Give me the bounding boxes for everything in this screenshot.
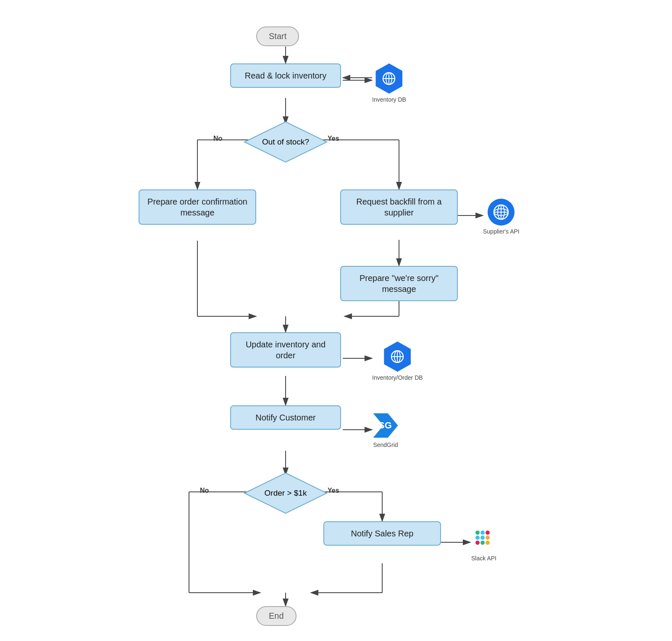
sendgrid-label: SendGrid <box>373 441 398 448</box>
notify-sales-rep-node: Notify Sales Rep <box>323 521 441 546</box>
svg-rect-56 <box>475 541 480 545</box>
notify-customer-node: Notify Customer <box>230 405 341 430</box>
start-label: Start <box>256 26 299 46</box>
notify-customer-label: Notify Customer <box>230 405 341 430</box>
svg-rect-52 <box>480 541 485 545</box>
request-backfill-node: Request backfill from a supplier <box>340 189 458 225</box>
sendgrid-icon: SG <box>372 412 399 439</box>
svg-rect-51 <box>475 531 480 535</box>
update-inventory-node: Update inventory and order <box>230 332 341 368</box>
notify-sales-rep-label: Notify Sales Rep <box>323 521 441 546</box>
svg-rect-49 <box>480 536 485 540</box>
suppliers-api-icon-group: Supplier's API <box>483 199 520 235</box>
svg-rect-54 <box>486 541 490 545</box>
svg-rect-55 <box>486 531 490 535</box>
start-node: Start <box>256 26 299 46</box>
inventory-order-db-icon-group: Inventory/Order DB <box>372 342 423 381</box>
svg-text:SG: SG <box>378 420 392 431</box>
suppliers-api-icon <box>488 199 514 226</box>
out-of-stock-label: Out of stock? <box>262 137 309 147</box>
sendgrid-icon-group: SG SendGrid <box>372 412 399 448</box>
no-label-out-of-stock: No <box>213 135 222 142</box>
end-label: End <box>256 606 297 626</box>
end-node: End <box>256 606 297 626</box>
slack-api-label: Slack API <box>471 555 496 562</box>
svg-rect-50 <box>480 531 485 535</box>
inventory-db-label: Inventory DB <box>372 96 406 103</box>
order-gt-1k-node: Order > $1k <box>249 474 323 512</box>
inventory-order-db-icon <box>384 342 411 372</box>
no-label-order: No <box>200 487 209 494</box>
svg-rect-48 <box>475 536 480 540</box>
prepare-sorry-label: Prepare "we're sorry" message <box>340 266 458 301</box>
inventory-db-icon <box>375 63 402 94</box>
update-inventory-label: Update inventory and order <box>230 332 341 368</box>
slack-api-icon-group: Slack API <box>470 525 497 562</box>
yes-label-order: Yes <box>328 487 339 494</box>
yes-label-out-of-stock: Yes <box>328 135 339 142</box>
order-gt-1k-label: Order > $1k <box>265 489 307 498</box>
slack-icon <box>470 525 497 552</box>
prepare-sorry-node: Prepare "we're sorry" message <box>340 266 458 301</box>
svg-rect-53 <box>486 536 490 540</box>
read-lock-label: Read & lock inventory <box>230 63 341 88</box>
read-lock-node: Read & lock inventory <box>230 63 341 88</box>
request-backfill-label: Request backfill from a supplier <box>340 189 458 225</box>
suppliers-api-label: Supplier's API <box>483 228 520 235</box>
inventory-order-db-label: Inventory/Order DB <box>372 374 423 381</box>
inventory-db-icon-group: Inventory DB <box>372 63 406 103</box>
out-of-stock-node: Out of stock? <box>249 123 323 161</box>
prepare-order-confirm-node: Prepare order confirmation message <box>139 189 256 225</box>
prepare-order-confirm-label: Prepare order confirmation message <box>139 189 256 225</box>
